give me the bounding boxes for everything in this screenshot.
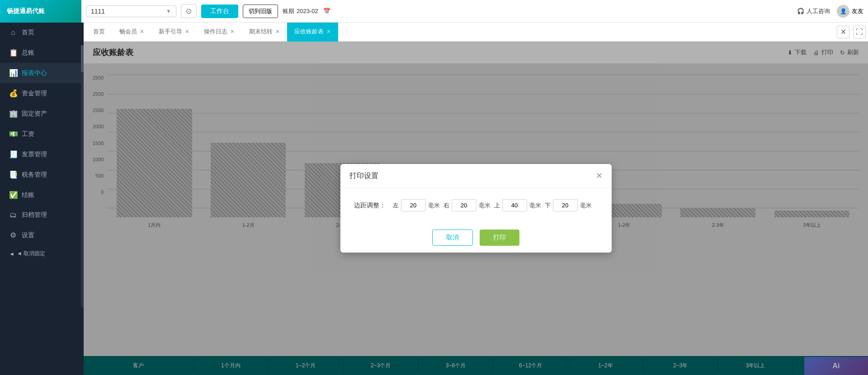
user-area[interactable]: 👤 友友	[837, 5, 863, 18]
tab-home[interactable]: 首页	[86, 23, 112, 42]
cancel-button[interactable]: 取消	[432, 230, 473, 246]
settings-icon: ⚙	[9, 231, 17, 239]
company-selector[interactable]: 1111 ▼	[86, 5, 176, 17]
print-settings-dialog: 打印设置 ✕ 边距调整： 左 毫米	[340, 164, 612, 253]
tab-close-member[interactable]: ✕	[140, 28, 144, 35]
maximize-tab-button[interactable]: ⛶	[853, 26, 866, 38]
top-unit: 毫米	[529, 202, 541, 210]
tab-bar: 首页畅会员✕新手引导✕操作日志✕期末结转✕应收账龄表✕ ✕ ⛶	[84, 23, 868, 42]
tab-closing[interactable]: 期末结转✕	[242, 23, 287, 42]
header-right: 🎧 人工咨询 👤 友友	[797, 5, 863, 18]
tab-close-oplog[interactable]: ✕	[230, 28, 235, 35]
sidebar-item-archive[interactable]: 🗂归档管理	[0, 205, 84, 225]
sidebar-item-checkout[interactable]: ✅结账	[0, 185, 84, 205]
user-name: 友友	[852, 7, 863, 15]
period-value: 2023-02	[297, 8, 318, 14]
right-unit: 毫米	[479, 202, 491, 210]
right-margin-group: 右 毫米	[443, 199, 491, 211]
workbench-button[interactable]: 工作台	[201, 5, 238, 18]
tab-label: 期末结转	[249, 28, 273, 36]
bottom-unit: 毫米	[580, 202, 592, 210]
sidebar-item-label: 发票管理	[22, 150, 47, 159]
tab-label: 畅会员	[119, 28, 137, 36]
top-label: 上	[494, 202, 500, 210]
ledger-icon: 📋	[9, 48, 17, 57]
sidebar-items: ⌂首页📋总账📊报表中心💰资金管理🏢固定资产💵工资🧾发票管理📑税务管理✅结账🗂归档…	[0, 23, 84, 245]
right-margin-input[interactable]	[452, 199, 476, 211]
payroll-icon: 💵	[9, 130, 17, 138]
sidebar-item-assets[interactable]: 🏢固定资产	[0, 103, 84, 124]
tab-close-guide[interactable]: ✕	[185, 28, 189, 35]
sidebar-item-home[interactable]: ⌂首页	[0, 23, 84, 42]
reports-icon: 📊	[9, 69, 17, 77]
bottom-margin-input[interactable]	[553, 199, 578, 211]
tab-member[interactable]: 畅会员✕	[112, 23, 151, 42]
sidebar-item-label: 报表中心	[22, 69, 47, 77]
left-unit: 毫米	[428, 202, 440, 210]
support-label: 人工咨询	[807, 7, 830, 15]
period-label: 账期	[283, 7, 294, 15]
tabs-container: 首页畅会员✕新手引导✕操作日志✕期末结转✕应收账龄表✕	[86, 23, 338, 42]
assets-icon: 🏢	[9, 109, 17, 118]
avatar: 👤	[837, 5, 849, 18]
tab-label: 应收账龄表	[294, 28, 324, 36]
collapse-label: ◄ 取消固定	[17, 250, 45, 258]
sidebar-collapse[interactable]: ◄ ◄ 取消固定	[0, 245, 84, 262]
left-margin-group: 左 毫米	[393, 199, 440, 211]
home-icon: ⌂	[9, 28, 17, 37]
left-margin-input[interactable]	[401, 199, 426, 211]
sidebar: ⌂首页📋总账📊报表中心💰资金管理🏢固定资产💵工资🧾发票管理📑税务管理✅结账🗂归档…	[0, 23, 84, 375]
sidebar-item-label: 固定资产	[22, 110, 47, 118]
margin-row: 边距调整： 左 毫米 右 毫米	[354, 199, 598, 211]
confirm-print-button[interactable]: 打印	[480, 230, 519, 246]
sidebar-item-ledger[interactable]: 📋总账	[0, 42, 84, 63]
dialog-footer: 取消 打印	[340, 223, 612, 253]
collapse-icon: ◄	[9, 251, 14, 257]
tab-oplog[interactable]: 操作日志✕	[197, 23, 242, 42]
dialog-close-button[interactable]: ✕	[596, 171, 603, 181]
sidebar-item-label: 结账	[22, 191, 34, 199]
sidebar-item-label: 资金管理	[22, 89, 47, 98]
sidebar-item-funds[interactable]: 💰资金管理	[0, 83, 84, 103]
sidebar-item-tax[interactable]: 📑税务管理	[0, 164, 84, 185]
close-tab-button[interactable]: ✕	[837, 26, 849, 38]
tab-actions: ✕ ⛶	[837, 26, 866, 38]
dialog-overlay: 打印设置 ✕ 边距调整： 左 毫米	[84, 42, 868, 375]
old-version-button[interactable]: 切到旧版	[243, 5, 278, 18]
main-layout: ⌂首页📋总账📊报表中心💰资金管理🏢固定资产💵工资🧾发票管理📑税务管理✅结账🗂归档…	[0, 23, 868, 375]
sidebar-item-reports[interactable]: 📊报表中心	[0, 63, 84, 83]
sidebar-item-invoice[interactable]: 🧾发票管理	[0, 144, 84, 164]
page-content: 应收账龄表 ⬇ 下载 🖨 打印 ↻ 刷新	[84, 42, 868, 375]
top-margin-group: 上 毫米	[494, 199, 541, 211]
right-label: 右	[443, 202, 449, 210]
company-name: 1111	[91, 8, 162, 15]
top-margin-input[interactable]	[502, 199, 527, 211]
copy-button[interactable]: ⊙	[181, 4, 197, 18]
sidebar-item-label: 归档管理	[22, 211, 47, 219]
tab-close-closing[interactable]: ✕	[275, 28, 280, 35]
dialog-title: 打印设置	[349, 171, 596, 181]
tab-label: 首页	[93, 28, 105, 36]
content-area: 首页畅会员✕新手引导✕操作日志✕期末结转✕应收账龄表✕ ✕ ⛶ 应收账龄表 ⬇ …	[84, 23, 868, 375]
sidebar-item-settings[interactable]: ⚙设置	[0, 225, 84, 245]
sidebar-item-label: 设置	[22, 231, 34, 239]
sidebar-item-label: 工资	[22, 130, 34, 138]
tab-label: 操作日志	[204, 28, 227, 36]
tab-guide[interactable]: 新手引导✕	[151, 23, 197, 42]
bottom-label: 下	[545, 202, 551, 210]
tab-aging[interactable]: 应收账龄表✕	[287, 23, 338, 42]
support-button[interactable]: 🎧 人工咨询	[797, 7, 830, 15]
bottom-margin-group: 下 毫米	[545, 199, 592, 211]
tab-close-aging[interactable]: ✕	[326, 28, 331, 35]
sidebar-item-payroll[interactable]: 💵工资	[0, 124, 84, 144]
checkout-icon: ✅	[9, 191, 17, 199]
dialog-body: 边距调整： 左 毫米 右 毫米	[340, 188, 612, 223]
logo-text: 畅捷通易代账	[7, 7, 45, 15]
dropdown-icon: ▼	[166, 8, 171, 14]
archive-icon: 🗂	[9, 211, 17, 219]
sidebar-item-label: 总账	[22, 49, 34, 57]
page-inner: 应收账龄表 ⬇ 下载 🖨 打印 ↻ 刷新	[84, 42, 868, 375]
left-label: 左	[393, 202, 399, 210]
calendar-icon[interactable]: 📅	[323, 8, 330, 14]
dialog-header: 打印设置 ✕	[340, 164, 612, 188]
